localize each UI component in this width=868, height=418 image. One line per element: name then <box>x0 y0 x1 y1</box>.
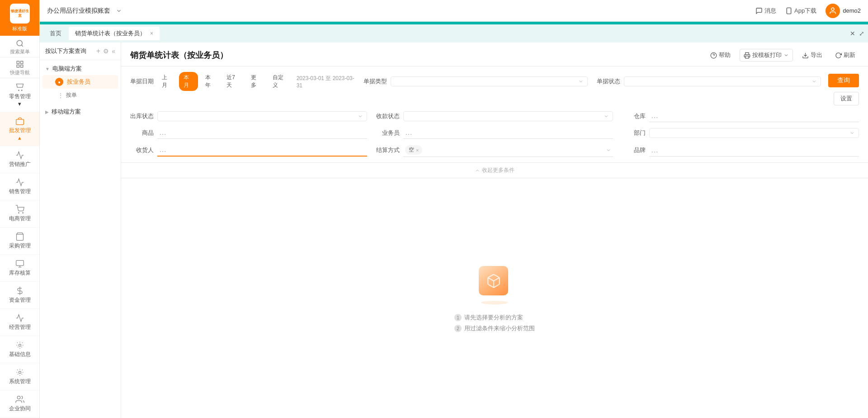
outstatus-select[interactable] <box>157 111 367 121</box>
settings-scheme-btn[interactable]: ⚙ <box>103 48 109 55</box>
page-title: 销货单统计表（按业务员） <box>130 50 228 61</box>
export-label: 导出 <box>811 51 822 59</box>
sidebar-item-marketing[interactable]: 营销推广 <box>0 146 39 173</box>
svg-point-10 <box>22 213 23 214</box>
warehouse-dots[interactable]: … <box>651 112 658 120</box>
date-btn-7days[interactable]: 近7天 <box>222 72 244 91</box>
main-area: 办公用品行业模拟账套 消息 App下载 demo2 <box>40 0 868 418</box>
sidebar-item-ecommerce[interactable]: 电商管理 <box>0 200 39 228</box>
sidebar-item-finance[interactable]: 资金管理 <box>0 282 39 309</box>
sidebar-item-inventory[interactable]: 库存核算 <box>0 255 39 282</box>
mobile-group-title[interactable]: ▶ 移动端方案 <box>40 106 121 118</box>
query-button[interactable]: 查询 <box>828 74 859 87</box>
app-download-btn[interactable]: App下载 <box>785 7 816 15</box>
empty-tip-1: 1 请先选择要分析的方案 <box>454 314 535 322</box>
tip-num-2: 2 <box>454 325 462 332</box>
refresh-icon <box>835 52 842 59</box>
svg-rect-8 <box>16 119 24 125</box>
tab-sales-stats[interactable]: 销货单统计表（按业务员） × <box>69 27 160 40</box>
docstatus-select[interactable] <box>624 76 821 86</box>
pc-group-label: 电脑端方案 <box>52 65 82 73</box>
ecommerce-label: 电商管理 <box>9 215 31 223</box>
sidebar-item-enterprise[interactable]: 企业协同 <box>0 390 39 418</box>
help-icon <box>710 52 717 59</box>
date-btn-lastmonth[interactable]: 上月 <box>157 72 176 91</box>
receivestatus-label: 收款状态 <box>376 112 400 120</box>
warehouse-label: 仓库 <box>622 112 646 120</box>
message-icon <box>755 7 763 14</box>
tab-close-btn[interactable]: × <box>150 30 153 37</box>
page-actions: 帮助 按模板打印 导出 刷新 <box>707 49 859 62</box>
retail-icon <box>15 83 24 92</box>
template-print-btn[interactable]: 按模板打印 <box>740 49 793 62</box>
brand-dots[interactable]: … <box>651 146 658 154</box>
expand-btn[interactable]: ⤢ <box>859 30 864 37</box>
collapse-label: 收起更多条件 <box>475 166 514 174</box>
sidebar-item-retail[interactable]: 零售管理 ▾ <box>0 78 39 112</box>
date-btn-more[interactable]: 更多 <box>246 72 265 91</box>
receiver-dots[interactable]: … <box>159 146 166 154</box>
help-label: 帮助 <box>719 51 731 59</box>
collapse-panel-btn[interactable]: « <box>112 48 115 55</box>
doctype-select[interactable] <box>391 76 588 86</box>
print-icon <box>744 52 750 59</box>
tip-num-1: 1 <box>454 314 462 321</box>
sidebar-item-purchase[interactable]: 采购管理 <box>0 228 39 255</box>
dept-select[interactable] <box>649 128 859 138</box>
scheme-sub-item-order[interactable]: ⋮ 按单 <box>40 89 121 101</box>
export-btn[interactable]: 导出 <box>798 49 826 61</box>
date-btn-custom[interactable]: 自定义 <box>268 72 292 91</box>
sidebar-item-basic[interactable]: 基础信息 <box>0 336 39 363</box>
settle-select[interactable] <box>425 147 611 153</box>
print-dropdown-icon <box>783 52 789 58</box>
system-label: 系统管理 <box>9 378 31 385</box>
left-panel: 按以下方案查询 + ⚙ « ▼ 电脑端方案 ● 按业务员 <box>40 43 121 418</box>
content: 按以下方案查询 + ⚙ « ▼ 电脑端方案 ● 按业务员 <box>40 43 868 418</box>
message-btn[interactable]: 消息 <box>755 7 776 15</box>
ops-label: 经营管理 <box>9 323 31 331</box>
brand-filter-cell: 品牌 … <box>622 144 859 157</box>
salesperson-filter-cell: 业务员 … <box>376 127 613 139</box>
user-area[interactable]: demo2 <box>826 4 861 18</box>
svg-point-16 <box>19 344 21 347</box>
nav-icon <box>16 60 24 68</box>
sidebar-item-sales[interactable]: 销售管理 <box>0 173 39 200</box>
system-icon <box>15 368 24 377</box>
empty-tips: 1 请先选择要分析的方案 2 用过滤条件来缩小分析范围 <box>454 314 535 332</box>
receiver-filter-cell: 收货人 … <box>130 144 367 157</box>
refresh-btn[interactable]: 刷新 <box>831 49 859 61</box>
help-btn[interactable]: 帮助 <box>707 49 734 61</box>
close-all-btn[interactable]: ✕ <box>850 30 855 37</box>
pc-group-title[interactable]: ▼ 电脑端方案 <box>40 63 121 75</box>
sidebar-item-ops[interactable]: 经营管理 <box>0 309 39 336</box>
mobile-scheme-group: ▶ 移动端方案 <box>40 106 121 118</box>
setting-button[interactable]: 设置 <box>834 92 859 105</box>
tab-active-label: 销货单统计表（按业务员） <box>75 29 146 38</box>
tab-home[interactable]: 首页 <box>43 27 68 40</box>
goods-label: 商品 <box>130 129 154 137</box>
sidebar-item-system[interactable]: 系统管理 <box>0 363 39 390</box>
settle-tag-close[interactable]: × <box>416 147 419 153</box>
sidebar-item-wholesale[interactable]: 批发管理 ▴ <box>0 112 39 146</box>
goods-dots[interactable]: … <box>159 128 166 137</box>
active-scheme-icon-inner: ● <box>58 80 61 85</box>
scheme-item-salesperson[interactable]: ● 按业务员 <box>42 75 118 89</box>
sidebar-search[interactable]: 搜索菜单 <box>0 36 39 57</box>
left-panel-header: 按以下方案查询 + ⚙ « <box>40 43 121 60</box>
receivestatus-select[interactable] <box>403 111 613 121</box>
collapse-bar[interactable]: 收起更多条件 <box>121 163 868 178</box>
header-left: 办公用品行业模拟账套 <box>47 7 122 15</box>
docstatus-filter-cell: 单据状态 <box>597 76 821 86</box>
header-dropdown[interactable] <box>116 8 122 14</box>
date-btn-thisyear[interactable]: 本年 <box>201 72 220 91</box>
message-label: 消息 <box>764 7 776 15</box>
left-panel-title: 按以下方案查询 <box>45 47 86 55</box>
settle-tag-text: 空 <box>409 146 414 154</box>
sidebar-quick-nav[interactable]: 快捷导航 <box>0 57 39 78</box>
app-download-label: App下载 <box>794 7 816 15</box>
enterprise-icon <box>15 395 24 404</box>
salesperson-dots[interactable]: … <box>405 128 412 137</box>
date-btn-thismonth[interactable]: 本月 <box>179 72 198 91</box>
search-icon <box>16 39 24 48</box>
add-scheme-btn[interactable]: + <box>96 47 100 55</box>
